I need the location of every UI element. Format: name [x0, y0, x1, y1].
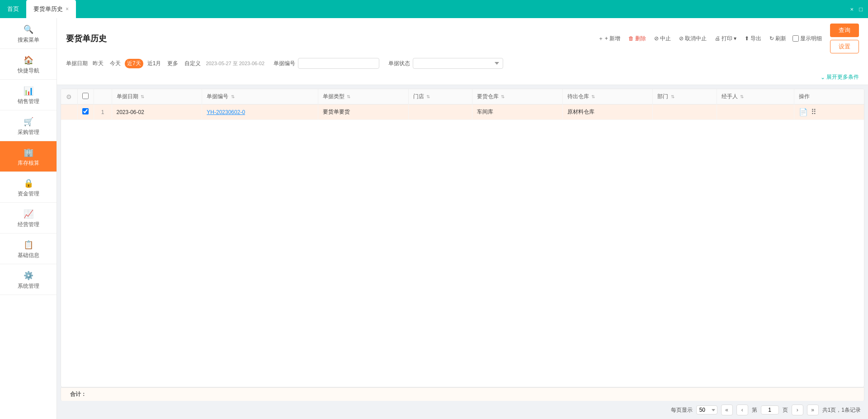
td-action-1: 📄 ⠿: [794, 105, 864, 120]
next-page-button[interactable]: ›: [792, 405, 803, 415]
sort-store-icon[interactable]: ⇅: [426, 94, 430, 99]
settings-button[interactable]: 设置: [830, 40, 859, 53]
sort-date-icon[interactable]: ⇅: [141, 94, 144, 99]
cancel-stop-button[interactable]: ⊘ 取消中止: [677, 34, 708, 43]
sidebar-item-purchase-mgmt[interactable]: 🛒 采购管理: [0, 110, 57, 141]
th-action: 操作: [794, 89, 864, 105]
sidebar-item-inventory[interactable]: 🏢 库存核算: [0, 141, 57, 172]
print-icon: 🖨: [715, 35, 720, 42]
th-store: 门店 ⇅: [408, 89, 472, 105]
date-filter-label: 单据日期: [66, 60, 88, 67]
sort-doctype-icon[interactable]: ⇅: [347, 94, 350, 99]
stop-button[interactable]: ⊘ 中止: [652, 34, 673, 43]
new-button[interactable]: ＋ + 新增: [596, 34, 622, 43]
table-footer: 合计：: [61, 387, 864, 401]
th-num: [94, 89, 112, 105]
docno-filter-group: 单据编号: [274, 58, 379, 69]
table-row: 1 2023-06-02 YH-20230602-0 要货单要货 车间库 原材料…: [61, 105, 864, 120]
page-header: 要货单历史 ＋ + 新增 🗑 删除 ⊘ 中止 ⊘: [57, 18, 868, 85]
filter-actions: 查询 设置: [830, 24, 859, 53]
sidebar-item-search-menu[interactable]: 🔍 搜索菜单: [0, 18, 57, 49]
sidebar-label-quick-nav: 快捷导航: [18, 67, 39, 75]
date-btn-1month[interactable]: 近1月: [145, 59, 164, 68]
th-handler: 经手人 ⇅: [717, 89, 794, 105]
delete-button[interactable]: 🗑 删除: [627, 34, 648, 43]
tab-home[interactable]: 首页: [0, 0, 26, 18]
first-page-button[interactable]: «: [721, 405, 733, 415]
stop-icon: ⊘: [654, 35, 659, 42]
sidebar-item-finance-mgmt[interactable]: 🔒 资金管理: [0, 172, 57, 203]
page-title: 要货单历史: [66, 33, 107, 44]
per-page-select[interactable]: 50 100 200: [696, 405, 717, 414]
last-page-button[interactable]: »: [807, 405, 819, 415]
sidebar-item-basic-info[interactable]: 📋 基础信息: [0, 233, 57, 264]
prev-page-button[interactable]: ‹: [736, 405, 748, 415]
sidebar-item-operations-mgmt[interactable]: 📈 经营管理: [0, 203, 57, 233]
sidebar: 🔍 搜索菜单 🏠 快捷导航 📊 销售管理 🛒 采购管理 🏢 库存核算 🔒 资金管…: [0, 18, 57, 419]
print-button[interactable]: 🖨 打印 ▾: [713, 34, 738, 43]
sort-pendingwarehouse-icon[interactable]: ⇅: [591, 94, 595, 99]
table-wrapper: ⚙ 单据日期 ⇅ 单据编号 ⇅: [61, 89, 864, 387]
row-edit-icon-1[interactable]: 📄: [799, 108, 808, 116]
display-detail-label: 显示明细: [800, 35, 822, 43]
table-body: 1 2023-06-02 YH-20230602-0 要货单要货 车间库 原材料…: [61, 105, 864, 120]
pagination-bar: 每页显示 50 100 200 « ‹ 第 页 › » 共1页，1条记录: [57, 401, 868, 419]
sort-handler-icon[interactable]: ⇅: [740, 94, 744, 99]
td-num-1: 1: [94, 105, 112, 120]
cancel-stop-label: 取消中止: [685, 35, 707, 43]
system-mgmt-icon: ⚙️: [24, 271, 33, 281]
expand-more-button[interactable]: ⌄ 展开更多条件: [821, 73, 859, 81]
th-settings: ⚙: [61, 89, 77, 105]
expand-more-icon: ⌄: [821, 74, 825, 81]
date-btn-7days[interactable]: 近7天: [125, 59, 143, 68]
pagination-summary: 共1页，1条记录: [822, 406, 861, 414]
status-filter-group: 单据状态: [388, 58, 503, 69]
window-close-icon[interactable]: ×: [850, 6, 854, 13]
page-input[interactable]: [761, 405, 779, 414]
window-maximize-icon[interactable]: □: [859, 6, 863, 13]
total-label: 合计：: [70, 390, 86, 398]
sidebar-item-quick-nav[interactable]: 🏠 快捷导航: [0, 49, 57, 80]
new-icon: ＋: [598, 35, 604, 43]
sidebar-label-purchase-mgmt: 采购管理: [18, 129, 39, 136]
date-btn-yesterday[interactable]: 昨天: [90, 59, 106, 68]
td-department-1: [653, 105, 717, 120]
sort-department-icon[interactable]: ⇅: [671, 94, 675, 99]
sidebar-label-sales-mgmt: 销售管理: [18, 98, 39, 105]
row-checkbox-1[interactable]: [82, 108, 89, 114]
page-unit-label: 页: [783, 406, 788, 414]
sidebar-item-system-mgmt[interactable]: ⚙️ 系统管理: [0, 264, 57, 295]
docno-input[interactable]: [298, 58, 379, 69]
per-page-label: 每页显示: [671, 406, 693, 414]
date-btn-today[interactable]: 今天: [108, 59, 123, 68]
refresh-button[interactable]: ↻ 刷新: [768, 34, 788, 43]
export-button[interactable]: ⬆ 导出: [743, 34, 763, 43]
sort-reqwarehouse-icon[interactable]: ⇅: [501, 94, 505, 99]
th-check: [77, 89, 94, 105]
select-all-checkbox[interactable]: [82, 93, 89, 99]
status-filter-label: 单据状态: [388, 60, 410, 67]
sort-docno-icon[interactable]: ⇅: [231, 94, 235, 99]
date-btn-custom[interactable]: 自定义: [182, 59, 203, 68]
page-title-row: 要货单历史 ＋ + 新增 🗑 删除 ⊘ 中止 ⊘: [66, 24, 859, 53]
row-more-icon-1[interactable]: ⠿: [811, 108, 816, 116]
status-select[interactable]: [413, 58, 503, 69]
display-detail-button[interactable]: 显示明细: [793, 35, 822, 43]
query-button[interactable]: 查询: [830, 24, 859, 37]
main-layout: 🔍 搜索菜单 🏠 快捷导航 📊 销售管理 🛒 采购管理 🏢 库存核算 🔒 资金管…: [0, 18, 868, 419]
tab-requisition-history[interactable]: 要货单历史 ×: [26, 0, 76, 18]
sidebar-item-sales-mgmt[interactable]: 📊 销售管理: [0, 80, 57, 110]
display-detail-checkbox[interactable]: [793, 35, 799, 42]
column-settings-icon[interactable]: ⚙: [66, 93, 72, 100]
cancel-stop-icon: ⊘: [679, 35, 684, 42]
refresh-label: 刷新: [775, 35, 786, 43]
td-handler-1: [717, 105, 794, 120]
toolbar: ＋ + 新增 🗑 删除 ⊘ 中止 ⊘ 取消中止: [596, 24, 859, 53]
print-dropdown-icon: ▾: [734, 35, 736, 42]
content-area: 要货单历史 ＋ + 新增 🗑 删除 ⊘ 中止 ⊘: [57, 18, 868, 419]
data-table: ⚙ 单据日期 ⇅ 单据编号 ⇅: [61, 89, 864, 120]
tab-close-icon[interactable]: ×: [66, 6, 69, 12]
date-btn-more[interactable]: 更多: [165, 59, 180, 68]
tab-home-label: 首页: [7, 5, 19, 13]
docno-link-1[interactable]: YH-20230602-0: [207, 109, 245, 115]
